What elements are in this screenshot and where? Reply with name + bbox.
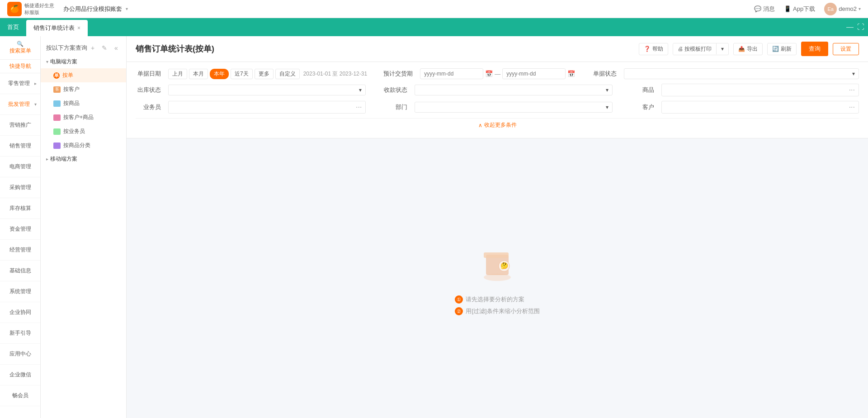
expected-delivery-end[interactable] — [502, 68, 566, 79]
add-scheme-icon[interactable]: + — [88, 43, 97, 52]
sidebar-item-enterprise-wechat[interactable]: 企业微信 — [0, 365, 40, 385]
delivery-status-select[interactable]: ▾ — [168, 85, 366, 95]
date-btn-last-7-days[interactable]: 近7天 — [231, 69, 253, 79]
scheme-item-by-product[interactable]: 按商品 — [41, 96, 126, 110]
template-print-btn[interactable]: 🖨 按模板打印 — [673, 43, 716, 55]
page-actions: ❓ 帮助 🖨 按模板打印 ▾ 📤 导出 — [639, 42, 859, 56]
app-title: 办公用品行业模拟账套 — [63, 5, 122, 13]
sidebar-item-inventory[interactable]: 库存核算 — [0, 198, 40, 219]
query-btn[interactable]: 查询 — [801, 42, 828, 56]
refresh-icon: 🔄 — [772, 46, 779, 52]
sidebar-item-marketing[interactable]: 营销推广 — [0, 115, 40, 136]
sidebar-search[interactable]: 🔍 搜索菜单 — [0, 36, 40, 60]
sidebar-item-wholesale[interactable]: 批发管理 ▾ — [0, 94, 40, 115]
sidebar-item-retail[interactable]: 零售管理 ▸ — [0, 73, 40, 94]
template-print-dropdown-btn[interactable]: ▾ — [717, 44, 728, 54]
payment-status-select[interactable]: ▾ — [415, 85, 612, 95]
logo-text: 畅捷通好生意 标服版 — [24, 2, 54, 15]
date-btn-custom[interactable]: 自定义 — [275, 69, 300, 79]
tip-num-2: ② — [455, 307, 463, 315]
top-bar: 🍊 畅捷通好生意 标服版 办公用品行业模拟账套 ▾ 💬 消息 📱 App下载 E… — [0, 0, 868, 18]
print-icon: 🖨 — [678, 46, 683, 52]
sidebar-item-system[interactable]: 系统管理 — [0, 281, 40, 302]
filter-area: 单据日期 上月 本月 本年 近7天 更多 自定义 2023-01-01 至 20… — [127, 62, 868, 138]
sidebar-item-business[interactable]: 经营管理 — [0, 240, 40, 261]
app-download-btn[interactable]: 📱 App下载 — [784, 5, 815, 13]
sidebar-item-ecom[interactable]: 电商管理 — [0, 157, 40, 177]
sidebar-item-basic[interactable]: 基础信息 — [0, 261, 40, 281]
department-select[interactable]: ▾ — [415, 102, 612, 113]
scheme-item-by-cust-prod[interactable]: 按客户+商品 — [41, 110, 126, 124]
user-area[interactable]: Ea demo2 ▾ — [824, 3, 861, 15]
sidebar-item-enterprise[interactable]: 企业协同 — [0, 302, 40, 323]
chevron-down-icon: ▾ — [34, 102, 37, 107]
scheme-active-dot: 单 — [53, 72, 60, 79]
left-panel-title: 按以下方案查询 — [46, 44, 87, 52]
tab-sales-order-stats[interactable]: 销售订单统计表 × — [26, 20, 88, 36]
maximize-btn[interactable]: ⛶ — [857, 23, 864, 31]
top-bar-left: 🍊 畅捷通好生意 标服版 办公用品行业模拟账套 ▾ — [7, 2, 128, 16]
sidebar-item-finance[interactable]: 资金管理 — [0, 219, 40, 240]
collapse-panel-icon[interactable]: « — [112, 43, 121, 52]
logo-line2: 标服版 — [24, 9, 54, 15]
goods-select[interactable]: ··· — [661, 84, 859, 96]
quick-nav-label: 快捷导航 — [4, 62, 37, 70]
search-label: 搜索菜单 — [4, 47, 37, 55]
date-btn-last-month[interactable]: 上月 — [168, 69, 187, 79]
main-layout: 🔍 搜索菜单 快捷导航 零售管理 ▸ 批发管理 ▾ 营销推广 销售管理 电商管理… — [0, 36, 868, 418]
logo-icon: 🍊 — [7, 2, 22, 16]
salesperson-dots-icon[interactable]: ··· — [356, 103, 362, 111]
scheme-group-mobile: ▸ 移动端方案 — [41, 152, 126, 166]
scheme-item-by-category[interactable]: 按商品分类 — [41, 138, 126, 152]
empty-icon: 🤔 — [475, 241, 520, 286]
customer-label: 客户 — [629, 103, 654, 111]
tab-home[interactable]: 首页 — [0, 18, 26, 36]
sidebar-item-member[interactable]: 畅会员 — [0, 385, 40, 406]
sidebar-item-sales[interactable]: 销售管理 — [0, 136, 40, 157]
scheme-icon-product — [53, 100, 61, 107]
date-btn-this-month[interactable]: 本月 — [189, 69, 208, 79]
date-btn-more[interactable]: 更多 — [255, 69, 274, 79]
help-btn[interactable]: ❓ 帮助 — [639, 43, 668, 55]
export-icon: 📤 — [738, 46, 745, 52]
export-btn[interactable]: 📤 导出 — [733, 43, 763, 55]
help-icon: ❓ — [644, 46, 651, 52]
sidebar-item-purchase[interactable]: 采购管理 — [0, 177, 40, 198]
goods-dots-icon[interactable]: ··· — [849, 86, 855, 94]
calendar-end-icon[interactable]: 📅 — [567, 70, 575, 77]
page-header: 销售订单统计表(按单) ❓ 帮助 🖨 按模板打印 ▾ — [127, 36, 868, 62]
expected-delivery-start[interactable] — [420, 68, 483, 79]
scheme-icon-category — [53, 142, 61, 149]
collapse-label: 收起更多条件 — [484, 121, 517, 129]
settings-btn[interactable]: 设置 — [833, 43, 859, 55]
customer-dots-icon[interactable]: ··· — [849, 103, 855, 111]
refresh-btn[interactable]: 🔄 刷新 — [767, 43, 797, 55]
collapse-btn[interactable]: ∧ 收起更多条件 — [136, 118, 859, 132]
search-icon: 🔍 — [17, 41, 24, 47]
sidebar-item-app-center[interactable]: 应用中心 — [0, 344, 40, 365]
expected-delivery-label: 预计交货期 — [383, 70, 413, 78]
filter-row-3: 业务员 ··· 部门 ▾ 客户 ··· — [136, 101, 859, 114]
order-status-label: 单据状态 — [591, 70, 617, 78]
sidebar-item-newbie[interactable]: 新手引导 — [0, 323, 40, 344]
calendar-start-icon[interactable]: 📅 — [485, 70, 493, 77]
tab-close-icon[interactable]: × — [77, 25, 80, 31]
sidebar-quick-nav[interactable]: 快捷导航 — [0, 60, 40, 73]
scheme-group-pc-title[interactable]: ▾ 电脑端方案 — [41, 55, 126, 68]
edit-scheme-icon[interactable]: ✎ — [100, 43, 109, 52]
minimize-btn[interactable]: — — [846, 23, 854, 31]
message-btn[interactable]: 💬 消息 — [754, 5, 775, 13]
scheme-group-mobile-title[interactable]: ▸ 移动端方案 — [41, 152, 126, 166]
app-title-dropdown-icon[interactable]: ▾ — [126, 6, 128, 11]
tip-text-1: 请先选择要分析的方案 — [466, 295, 524, 304]
customer-select[interactable]: ··· — [661, 101, 859, 114]
scheme-item-by-customer[interactable]: 客 按客户 — [41, 82, 126, 96]
empty-tip-2: ② 用[过滤]条件来缩小分析范围 — [455, 307, 539, 315]
date-btn-this-year[interactable]: 本年 — [210, 69, 229, 79]
scheme-item-by-salesperson[interactable]: 按业务员 — [41, 124, 126, 138]
scheme-item-by-order[interactable]: 单 按单 — [41, 68, 126, 82]
collapse-arrow-icon: ∧ — [478, 122, 482, 128]
order-status-select[interactable]: ▾ — [624, 68, 859, 79]
empty-tips: ① 请先选择要分析的方案 ② 用[过滤]条件来缩小分析范围 — [455, 295, 539, 315]
salesperson-select[interactable]: ··· — [168, 101, 366, 114]
